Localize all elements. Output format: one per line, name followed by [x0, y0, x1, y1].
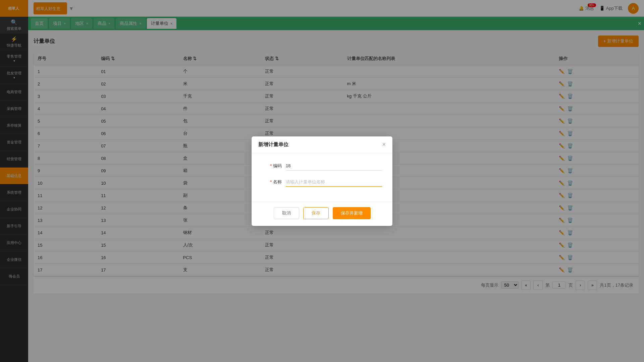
modal-close-button[interactable]: × — [382, 141, 386, 148]
required-star: * — [270, 163, 272, 168]
name-input[interactable] — [286, 177, 382, 187]
modal-title: 新增计量单位 — [258, 141, 288, 148]
name-field-row: * 名称 — [262, 177, 382, 187]
modal-footer: 取消 保存 保存并新增 — [252, 201, 392, 226]
modal-header: 新增计量单位 × — [252, 136, 392, 153]
save-and-new-button[interactable]: 保存并新增 — [333, 207, 371, 219]
required-star: * — [270, 179, 272, 184]
code-field-row: * 编码 — [262, 161, 382, 171]
code-field-label: * 编码 — [262, 163, 282, 169]
modal-overlay: 新增计量单位 × * 编码 * 名称 取消 保存 保存并新增 — [0, 0, 644, 362]
name-field-label: * 名称 — [262, 179, 282, 185]
code-input[interactable] — [286, 161, 382, 171]
modal-body: * 编码 * 名称 — [252, 153, 392, 201]
cancel-button[interactable]: 取消 — [274, 207, 299, 219]
save-button[interactable]: 保存 — [303, 207, 329, 219]
add-unit-modal: 新增计量单位 × * 编码 * 名称 取消 保存 保存并新增 — [252, 136, 392, 226]
